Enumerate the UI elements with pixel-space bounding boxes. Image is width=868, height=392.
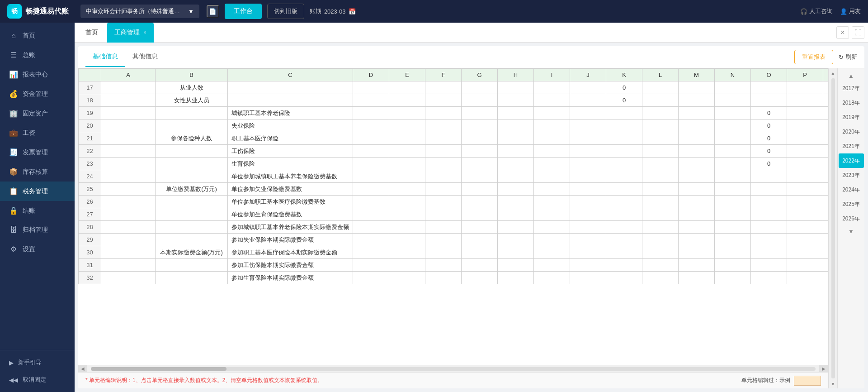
cell-data[interactable]: [570, 107, 606, 120]
cell-data[interactable]: [534, 196, 570, 208]
cell-data[interactable]: [570, 259, 606, 272]
cell-c[interactable]: 参加生育保险本期实际缴费金额: [228, 272, 353, 284]
cell-data[interactable]: [425, 196, 462, 208]
cell-o[interactable]: [751, 234, 787, 246]
cell-data[interactable]: [389, 145, 425, 158]
cell-data[interactable]: [715, 259, 751, 272]
cell-data[interactable]: [498, 107, 534, 120]
cell-data[interactable]: [425, 145, 462, 158]
cell-data[interactable]: [715, 234, 751, 246]
year-nav-up[interactable]: ▲: [839, 70, 864, 81]
cell-data[interactable]: [679, 221, 715, 234]
cell-data[interactable]: [679, 234, 715, 246]
cell-b[interactable]: [156, 221, 228, 234]
cell-data[interactable]: [679, 158, 715, 170]
cell-data[interactable]: [642, 158, 679, 170]
sidebar-item-tax[interactable]: 📋 税务管理: [0, 182, 75, 201]
cell-data[interactable]: [570, 170, 606, 183]
cell-data[interactable]: [679, 196, 715, 208]
cell-data[interactable]: [570, 196, 606, 208]
vscroll-up[interactable]: ▲: [831, 68, 835, 77]
cell-o[interactable]: 0: [751, 107, 787, 120]
cell-data[interactable]: [498, 246, 534, 259]
cell-data[interactable]: [534, 170, 570, 183]
cell-data[interactable]: [389, 272, 425, 284]
cell-data[interactable]: [462, 272, 498, 284]
cell-c[interactable]: 参加城镇职工基本养老保险本期实际缴费金额: [228, 221, 353, 234]
cell-data[interactable]: [715, 221, 751, 234]
cell-c[interactable]: 工伤保险: [228, 145, 353, 158]
cell-data[interactable]: [353, 196, 389, 208]
cell-data[interactable]: [353, 158, 389, 170]
sidebar-item-funds[interactable]: 💰 资金管理: [0, 84, 75, 104]
cell-b[interactable]: 女性从业人员: [156, 94, 228, 107]
cell-data[interactable]: [534, 94, 570, 107]
cell-data[interactable]: [642, 221, 679, 234]
cell-a[interactable]: [101, 221, 156, 234]
cell-a[interactable]: [101, 81, 156, 94]
cell-data[interactable]: [642, 120, 679, 132]
reset-report-button[interactable]: 重置报表: [794, 50, 833, 64]
cell-data[interactable]: [389, 234, 425, 246]
cell-data[interactable]: [425, 259, 462, 272]
cell-data[interactable]: [389, 221, 425, 234]
cell-b[interactable]: [156, 107, 228, 120]
cell-data[interactable]: [353, 94, 389, 107]
scroll-thumb[interactable]: [91, 367, 226, 371]
cell-b[interactable]: 本期实际缴费金额(万元): [156, 246, 228, 259]
year-2023[interactable]: 2023年: [839, 168, 864, 182]
cell-data[interactable]: [498, 272, 534, 284]
cell-data[interactable]: [823, 107, 829, 120]
cell-data[interactable]: [642, 94, 679, 107]
sidebar-item-home[interactable]: ⌂ 首页: [0, 26, 75, 45]
cell-data[interactable]: [715, 94, 751, 107]
cell-data[interactable]: [462, 132, 498, 145]
cell-b[interactable]: 单位缴费基数(万元): [156, 183, 228, 196]
cell-data[interactable]: [534, 158, 570, 170]
cell-o[interactable]: [751, 94, 787, 107]
refresh-button[interactable]: ↻ 刷新: [839, 53, 857, 61]
cell-data[interactable]: [787, 120, 823, 132]
cell-data[interactable]: [679, 259, 715, 272]
cell-data[interactable]: [642, 145, 679, 158]
sidebar-item-archive[interactable]: 🗄 归档管理: [0, 220, 75, 239]
cell-b[interactable]: [156, 145, 228, 158]
cell-data[interactable]: [498, 208, 534, 221]
year-2020[interactable]: 2020年: [839, 124, 864, 139]
cell-data[interactable]: [389, 120, 425, 132]
cell-data[interactable]: [679, 272, 715, 284]
cell-data[interactable]: [570, 94, 606, 107]
cell-data[interactable]: [823, 259, 829, 272]
cell-data[interactable]: [389, 196, 425, 208]
cell-c[interactable]: [228, 81, 353, 94]
cell-data[interactable]: [353, 183, 389, 196]
year-2021[interactable]: 2021年: [839, 139, 864, 153]
tab-close-icon[interactable]: ×: [143, 29, 146, 36]
cell-data[interactable]: [353, 259, 389, 272]
cell-data[interactable]: [787, 170, 823, 183]
cell-data[interactable]: [823, 170, 829, 183]
cell-data[interactable]: [389, 81, 425, 94]
cell-k[interactable]: [606, 158, 642, 170]
cell-a[interactable]: [101, 246, 156, 259]
cell-o[interactable]: [751, 183, 787, 196]
cell-data[interactable]: [679, 170, 715, 183]
cell-data[interactable]: [498, 120, 534, 132]
cell-a[interactable]: [101, 234, 156, 246]
cell-data[interactable]: [787, 183, 823, 196]
cell-data[interactable]: [823, 120, 829, 132]
cell-data[interactable]: [823, 145, 829, 158]
cell-c[interactable]: 城镇职工基本养老保险: [228, 107, 353, 120]
cell-data[interactable]: [570, 145, 606, 158]
cell-data[interactable]: [570, 272, 606, 284]
cell-data[interactable]: [679, 132, 715, 145]
cell-b[interactable]: [156, 259, 228, 272]
tab-bizmanage[interactable]: 工商管理 ×: [107, 23, 154, 43]
cell-c[interactable]: 生育保险: [228, 158, 353, 170]
sidebar-item-inventory[interactable]: 📦 库存核算: [0, 162, 75, 182]
cell-data[interactable]: [462, 145, 498, 158]
cell-c[interactable]: 参加职工基本医疗保险本期实际缴费金额: [228, 246, 353, 259]
cell-k[interactable]: [606, 196, 642, 208]
cell-k[interactable]: [606, 170, 642, 183]
cell-data[interactable]: [425, 94, 462, 107]
